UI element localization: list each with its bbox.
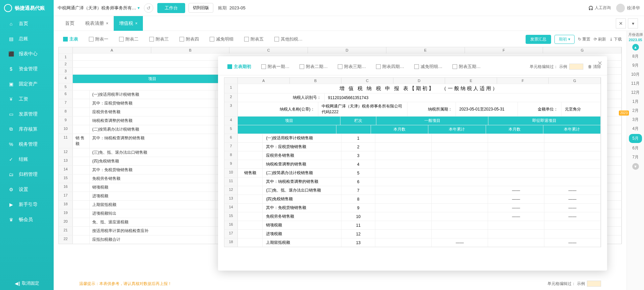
nav-icon: ▭: [8, 111, 14, 117]
nav-设置[interactable]: ⚙设置: [0, 182, 54, 197]
row-label: 其中：纳税检查调整的销售额: [263, 177, 341, 186]
nav-icon: ⚙: [8, 187, 14, 193]
table-row: 16 销项税额 11: [224, 221, 601, 229]
logo: 畅捷通易代账: [0, 0, 54, 16]
nav-icon: $: [8, 66, 14, 72]
table-row: 17 进项税额 12: [224, 229, 601, 238]
row-label: (一)按适用税率计税销售额: [263, 134, 341, 142]
sidebar: 畅捷通易代账 ⌂首页▤总账⬛报表中心$资金管理▣固定资产¥工资▭发票管理⧉库存核…: [0, 0, 54, 290]
sheet-icon: [261, 64, 266, 69]
modal-title: 增 值 税 纳 税 申 报 表【期初】 （一般纳税人适用）: [238, 84, 601, 93]
nav-icon: ⌂: [8, 21, 14, 27]
nav-资金管理[interactable]: $资金管理: [0, 61, 54, 76]
nav-结账[interactable]: ✓结账: [0, 152, 54, 167]
row-label: (四)免税销售额: [263, 195, 341, 203]
nav-icon: ▶: [8, 202, 14, 208]
nav-新手引导[interactable]: ▶新手引导: [0, 197, 54, 212]
table-row: 14 其中：免税货物销售额 9 —— ——: [224, 203, 601, 212]
row-label: 其中：免税货物销售额: [263, 204, 341, 212]
sheet-icon: [376, 64, 381, 69]
nav-icon: %: [8, 141, 14, 147]
modal-tab-0[interactable]: 主表期初: [224, 62, 255, 72]
modal-tab-2[interactable]: 附表二期…: [296, 62, 331, 72]
modal-tab-3[interactable]: 附表三期…: [334, 62, 369, 72]
row-label: 其中：应税货物销售额: [263, 143, 341, 151]
unpin-button[interactable]: ◀‖ 取消固定: [0, 277, 54, 290]
edited-cell-swatch: [569, 64, 583, 70]
sheet-icon: [452, 64, 457, 69]
nav-icon: ¥: [8, 96, 14, 102]
row-label: (三)免、抵、退办法出口销售额: [263, 186, 341, 195]
nav-工资[interactable]: ¥工资: [0, 91, 54, 106]
nav-icon: ♛: [8, 217, 14, 223]
nav-icon: ⬛: [8, 51, 14, 57]
row-label: (二)按简易办法计税销售额: [263, 169, 341, 177]
nav-固定资产[interactable]: ▣固定资产: [0, 76, 54, 91]
table-row: 13 (四)免税销售额 8 —— ——: [224, 195, 601, 203]
modal-tab-4[interactable]: 附表四期…: [373, 62, 408, 72]
modal-tab-5[interactable]: 减免明细…: [411, 62, 446, 72]
nav-报表中心[interactable]: ⬛报表中心: [0, 46, 54, 61]
row-label: 进项税额: [263, 230, 341, 238]
nav-库存核算[interactable]: ⧉库存核算: [0, 122, 54, 137]
taxpayer-name: 中税网通广泽（天津）税务师事务所有限公司代码1222: [318, 102, 408, 116]
nav-icon: ▤: [8, 36, 14, 42]
nav-税务管理[interactable]: %税务管理: [0, 137, 54, 152]
table-row: 6 (一)按适用税率计税销售额 1: [224, 134, 601, 142]
row-label: 应税劳务销售额: [263, 151, 341, 160]
table-row: 11 其中：纳税检查调整的销售额 6: [224, 177, 601, 186]
table-row: 12 (三)免、抵、退办法出口销售额 7 —— ——: [224, 186, 601, 195]
sheet-icon: [414, 64, 419, 69]
table-row: 8 应税劳务销售额 3: [224, 151, 601, 160]
nav-总账[interactable]: ▤总账: [0, 31, 54, 46]
table-row: 18 上期留抵税额 13 —— ——: [224, 238, 601, 247]
nav-icon: ▣: [8, 81, 14, 87]
modal-grid: ABCDEFG 1增 值 税 纳 税 申 报 表【期初】 （一般纳税人适用） 2…: [224, 77, 601, 247]
table-row: 9 纳税检查调整的销售额 4: [224, 160, 601, 168]
nav-icon: ⧉: [8, 126, 14, 132]
initial-period-modal: ✕ 主表期初附表一期…附表二期…附表三期…附表四期…减免明细…附表五期… 单元格…: [218, 56, 607, 271]
nav-归档管理[interactable]: 🗂归档管理: [0, 167, 54, 182]
nav-畅会员[interactable]: ♛畅会员: [0, 212, 54, 227]
nav-icon: ✓: [8, 156, 14, 162]
nav-icon: 🗂: [8, 171, 14, 177]
nav-发票管理[interactable]: ▭发票管理: [0, 106, 54, 122]
sheet-icon: [300, 64, 304, 69]
row-label: 纳税检查调整的销售额: [263, 160, 341, 168]
nav-首页[interactable]: ⌂首页: [0, 16, 54, 31]
close-icon[interactable]: ✕: [597, 60, 602, 67]
modal-tab-1[interactable]: 附表一期…: [258, 62, 293, 72]
brand-name: 畅捷通易代账: [15, 5, 45, 11]
table-row: 10 销售额 (二)按简易办法计税销售额 5: [224, 168, 601, 177]
row-label: 销项税额: [263, 221, 341, 229]
table-row: 15 免税劳务销售额 10 —— ——: [224, 212, 601, 221]
tax-period: 2023-05-01至2023-05-31: [456, 102, 518, 116]
modal-tab-6[interactable]: 附表五期…: [449, 62, 484, 72]
row-label: 上期留抵税额: [263, 238, 341, 247]
sheet-icon: [227, 64, 232, 69]
taxpayer-id: 91120104566135174З: [325, 93, 601, 102]
sheet-icon: [338, 64, 342, 69]
logo-icon: [4, 4, 12, 12]
table-row: 7 其中：应税货物销售额 2: [224, 142, 601, 151]
row-label: 免税劳务销售额: [263, 212, 341, 221]
